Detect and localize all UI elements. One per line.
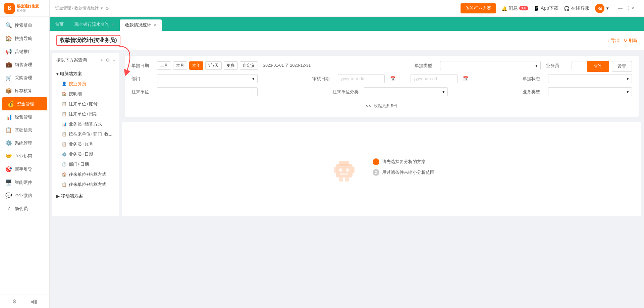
- date-btn-last-month[interactable]: 上月: [157, 61, 171, 70]
- filter-actions: 查询 设置: [587, 61, 632, 72]
- review-date-label: 审核日期: [312, 76, 332, 82]
- scheme-item-by-salesman[interactable]: 👤 按业务员: [52, 79, 119, 89]
- expand-icon[interactable]: ◀▮: [30, 298, 37, 305]
- sidebar-item-marketing[interactable]: 📢 营销推广: [0, 45, 49, 58]
- doc-status-select[interactable]: ▾: [548, 74, 632, 83]
- detail-icon: 🏠: [62, 92, 67, 96]
- tab-receipt[interactable]: 收款情况统计 ✕: [120, 19, 162, 31]
- scheme-item-salesman-date[interactable]: ⚙️ 业务员+日期: [52, 149, 119, 159]
- settings-bottom-icon[interactable]: ⚙: [12, 298, 17, 305]
- empty-illustration: 1 请先选择要分析的方案 2 用过滤条件来缩小分析范围: [329, 154, 434, 184]
- scheme-group-desktop-header[interactable]: ▾ 电脑端方案: [52, 69, 119, 79]
- date-label: 单据日期: [131, 63, 152, 69]
- sidebar-item-basic[interactable]: 📋 基础信息: [0, 123, 49, 137]
- refresh-button[interactable]: ↻ 刷新: [624, 38, 637, 44]
- tab-bank[interactable]: 现金银行流水查询 ✕: [69, 19, 120, 31]
- app-download-btn[interactable]: 📱 App下载: [534, 5, 558, 11]
- sidebar-item-purchase[interactable]: 🛒 采购管理: [0, 71, 49, 84]
- add-scheme-icon[interactable]: +: [100, 57, 103, 63]
- collapse-button[interactable]: ∧∧ 收起更多条件: [131, 100, 632, 111]
- review-date-start[interactable]: yyyy-mm-dd: [338, 74, 385, 83]
- export-button[interactable]: ↑ 导出: [607, 38, 620, 44]
- scheme-panel-title: 按以下方案查询: [56, 57, 87, 63]
- partner-select[interactable]: ···: [157, 87, 258, 96]
- sidebar-menu: 🔍 搜索菜单 🏠 快捷导航 📢 营销推广 💼 销售管理 🛒 采购管理 📦 库存核…: [0, 17, 49, 295]
- breadcrumb-text: 资金管理 / 收款情况统计: [55, 5, 99, 11]
- calendar-icon-start[interactable]: 📅: [390, 76, 395, 81]
- tab-receipt-close[interactable]: ✕: [153, 23, 156, 28]
- settings-icon[interactable]: ⚙: [105, 6, 109, 11]
- scheme-item-partner-date[interactable]: 📋 往来单位+日期: [52, 109, 119, 119]
- sidebar-item-sales[interactable]: 💼 销售管理: [0, 58, 49, 71]
- svg-rect-1: [339, 161, 349, 166]
- scheme-item-partner-account[interactable]: 📋 往来单位+账号: [52, 99, 119, 109]
- trial-button[interactable]: 体验行业方案: [461, 3, 496, 13]
- svg-rect-6: [352, 167, 355, 173]
- sidebar-item-operation[interactable]: 📊 经营管理: [0, 110, 49, 123]
- right-panel: 查询 设置 单据日期 上月 本月 本年 近7天 更多 自定义: [122, 53, 641, 216]
- sidebar-item-search[interactable]: 🔍 搜索菜单: [0, 19, 49, 32]
- doc-type-select[interactable]: ▾: [440, 61, 541, 70]
- sidebar-item-hardware[interactable]: 🖥️ 智能硬件: [0, 176, 49, 189]
- biz-type-down-icon: ▾: [627, 89, 629, 94]
- sales-icon: 💼: [5, 61, 12, 68]
- system-icon: ⚙️: [5, 140, 12, 146]
- collapse-chevron-icon: ∧∧: [365, 103, 371, 108]
- calendar-icon-end[interactable]: 📅: [463, 76, 468, 81]
- query-button[interactable]: 查询: [587, 61, 609, 72]
- collapse-scheme-icon[interactable]: «: [113, 57, 115, 63]
- logo-icon: 6: [4, 3, 15, 14]
- scheme-item-partner-payment2[interactable]: 📋 往来单位+结算方式: [52, 179, 119, 190]
- review-date-end[interactable]: yyyy-mm-dd: [411, 74, 458, 83]
- scheme-item-dept-date[interactable]: 🕐 部门+日期: [52, 159, 119, 169]
- dept-select[interactable]: ▾: [157, 74, 258, 83]
- sidebar-item-system[interactable]: ⚙️ 系统管理: [0, 137, 49, 150]
- scheme-item-partner-dept[interactable]: 📋 按往来单位+部门+收...: [52, 129, 119, 139]
- topbar: 资金管理 / 收款情况统计 ▾ ⚙ 体验行业方案 🔔 消息 99+ 📱 App下…: [50, 0, 644, 17]
- date-btn-7days[interactable]: 近7天: [205, 61, 222, 70]
- online-service-btn[interactable]: 🎧 在线客服: [564, 5, 590, 11]
- scheme-item-partner-payment1[interactable]: 🏠 往来单位+结算方式: [52, 169, 119, 179]
- sidebar-item-enterprise[interactable]: 🤝 企业协同: [0, 150, 49, 163]
- date-btn-this-year[interactable]: 本年: [189, 61, 203, 70]
- scheme-item-salesman-account[interactable]: 📋 业务员+账号: [52, 139, 119, 149]
- biz-type-select[interactable]: ▾: [548, 87, 632, 96]
- tab-home[interactable]: 首页: [50, 19, 69, 31]
- filter-scheme-layout: 按以下方案查询 + ⚙ «: [52, 53, 641, 216]
- scheme-item-by-detail[interactable]: 🏠 按明细: [52, 89, 119, 99]
- window-maximize-icon[interactable]: ⛶: [625, 6, 629, 11]
- sidebar-item-wechat[interactable]: 💬 企业微信: [0, 189, 49, 202]
- tab-bank-close[interactable]: ✕: [111, 22, 114, 27]
- scheme-group-mobile-header[interactable]: ▶ 移动端方案: [52, 191, 119, 201]
- user-dropdown-icon: ▾: [606, 6, 609, 11]
- scheme-item-salesman-payment[interactable]: 📊 业务员+结算方式: [52, 119, 119, 129]
- date-btn-more[interactable]: 更多: [224, 61, 238, 70]
- empty-step-2: 2 用过滤条件来缩小分析范围: [373, 169, 434, 176]
- window-minimize-icon[interactable]: —: [618, 6, 623, 11]
- home-icon: 🏠: [5, 35, 12, 42]
- date-btn-custom[interactable]: 自定义: [240, 61, 258, 70]
- page-header: 收款情况统计(按业务员) ↑ 导出 ↻ 刷新: [50, 31, 644, 50]
- scheme-group-mobile: ▶ 移动端方案: [52, 191, 119, 201]
- biz-type-label: 业务类型: [523, 89, 543, 95]
- sidebar-item-guide[interactable]: 🎯 新手引导: [0, 163, 49, 176]
- logo-area: 6 畅捷通好生意 标准版: [0, 0, 49, 17]
- setting-button[interactable]: 设置: [612, 61, 632, 72]
- window-close-icon[interactable]: ✕: [631, 6, 635, 11]
- partner-category-label: 往来单位分类: [332, 89, 359, 95]
- select-down-icon: ▾: [535, 63, 538, 68]
- sidebar-item-quick-nav[interactable]: 🏠 快捷导航: [0, 32, 49, 45]
- partner-category-select[interactable]: ▾: [364, 87, 448, 96]
- user-area[interactable]: Rit ▾: [595, 4, 609, 13]
- date-btn-this-month[interactable]: 本月: [173, 61, 187, 70]
- setting-scheme-icon[interactable]: ⚙: [106, 57, 110, 63]
- notification-btn[interactable]: 🔔 消息 99+: [501, 5, 528, 11]
- breadcrumb-dropdown-icon[interactable]: ▾: [101, 6, 103, 11]
- arrow-down-icon: ▾: [56, 71, 59, 76]
- wechat-icon: 💬: [5, 192, 12, 199]
- sidebar-item-inventory[interactable]: 📦 库存核算: [0, 84, 49, 97]
- purchase-icon: 🛒: [5, 74, 12, 81]
- sidebar-item-member[interactable]: ✓ 畅会员: [0, 202, 49, 215]
- content-area: 收款情况统计(按业务员) ↑ 导出 ↻ 刷新 按以下方案查询 +: [50, 31, 644, 308]
- sidebar-item-finance[interactable]: 💰 资金管理: [2, 97, 47, 110]
